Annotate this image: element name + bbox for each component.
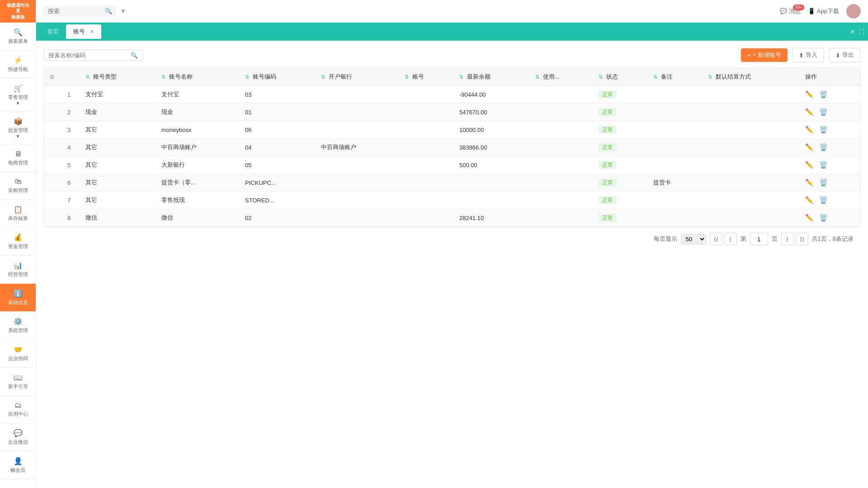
- sort-icon: ⇅: [85, 74, 90, 80]
- sidebar-item-operations[interactable]: 📊 经营管理: [0, 256, 36, 284]
- edit-button[interactable]: ✏️: [805, 108, 814, 116]
- sort-icon: ⇅: [708, 74, 712, 80]
- search-input[interactable]: [48, 52, 128, 59]
- export-icon: ⬇: [835, 52, 840, 59]
- sidebar-item-membership[interactable]: 👤 畅会员: [0, 451, 36, 479]
- sort-icon: ⇅: [405, 74, 409, 80]
- page-size-select[interactable]: 50 100 200: [681, 234, 706, 244]
- chevron-down-icon: ▼: [16, 101, 20, 106]
- delete-button[interactable]: 🗑️: [819, 126, 828, 133]
- edit-button[interactable]: ✏️: [805, 214, 814, 221]
- sidebar-item-label: 库存核算: [8, 215, 28, 222]
- next-page-button[interactable]: ⟩: [781, 233, 794, 245]
- add-button-label: + 新增账号: [753, 51, 781, 59]
- close-window-icon[interactable]: ✕: [850, 28, 855, 35]
- tab-accounts-label: 账号: [73, 28, 85, 36]
- row-remark: [648, 192, 703, 209]
- usage-column-header[interactable]: ⇅ 使用...: [530, 68, 594, 86]
- row-type: 其它: [80, 174, 156, 192]
- sidebar-item-finance[interactable]: 💰 资金管理: [0, 228, 36, 256]
- tab-home[interactable]: 首页: [40, 24, 66, 39]
- code-column-header[interactable]: ⇅ 账号编码: [240, 68, 316, 86]
- header-search-input[interactable]: [48, 8, 102, 14]
- default-settlement-column-header[interactable]: ⇅ 默认结算方式: [703, 68, 800, 86]
- delete-button[interactable]: 🗑️: [819, 143, 828, 151]
- row-account: [399, 103, 454, 121]
- page-number-input[interactable]: [750, 233, 768, 245]
- row-status: 正常: [593, 139, 648, 156]
- messages-button[interactable]: 💬 消息 99+: [780, 7, 801, 15]
- prev-page-button[interactable]: ⟨: [724, 233, 737, 245]
- delete-button[interactable]: 🗑️: [819, 214, 828, 221]
- import-button[interactable]: ⬆ 导入: [792, 48, 824, 62]
- close-tab-icon[interactable]: ✕: [90, 28, 94, 35]
- edit-button[interactable]: ✏️: [805, 196, 814, 204]
- purchase-icon: 🛍: [14, 178, 22, 186]
- remark-column-header[interactable]: ⇅ 备注: [648, 68, 703, 86]
- account-column-header[interactable]: ⇅ 账号: [399, 68, 454, 86]
- row-settings: [44, 121, 62, 139]
- status-badge: 正常: [599, 161, 617, 169]
- row-name: 微信: [156, 209, 240, 227]
- row-status: 正常: [593, 209, 648, 227]
- sidebar-item-system[interactable]: ⚙️ 系统管理: [0, 312, 36, 340]
- row-default-settlement: [703, 156, 800, 174]
- sidebar-navigation: 🔍 搜索菜单 ⚡ 快捷导航 🛒 零售管理 ▼ 📦 批发管理 ▼ 🖥 电商管理 🛍…: [0, 23, 36, 488]
- first-page-button[interactable]: ⟨⟨: [710, 233, 722, 245]
- type-column-header[interactable]: ⇅ 账号类型: [80, 68, 156, 86]
- row-code: 05: [240, 156, 316, 174]
- row-code: 06: [240, 121, 316, 139]
- row-settings: [44, 103, 62, 121]
- sidebar-item-wholesale[interactable]: 📦 批发管理 ▼: [0, 112, 36, 145]
- edit-button[interactable]: ✏️: [805, 178, 814, 186]
- sidebar-item-app-center[interactable]: 🗂 应用中心: [0, 396, 36, 423]
- add-account-button[interactable]: + + 新增账号: [741, 48, 788, 62]
- tab-accounts[interactable]: 账号 ✕: [66, 24, 101, 39]
- export-button[interactable]: ⬇ 导出: [829, 48, 861, 62]
- sidebar-item-enterprise-collab[interactable]: 🤝 企业协同: [0, 340, 36, 368]
- status-column-header[interactable]: ⇅ 状态: [593, 68, 648, 86]
- row-balance: 28241.10: [454, 209, 530, 227]
- row-status: 正常: [593, 86, 648, 103]
- enterprise-wechat-icon: 💬: [14, 429, 23, 437]
- header-right: 💬 消息 99+ 📱 App下载: [780, 4, 861, 19]
- edit-button[interactable]: ✏️: [805, 161, 814, 169]
- sidebar-item-quick-nav[interactable]: ⚡ 快捷导航: [0, 51, 36, 79]
- delete-button[interactable]: 🗑️: [819, 108, 828, 116]
- sidebar-item-basic-info[interactable]: ℹ️ 基础信息: [0, 284, 36, 312]
- row-balance: [454, 192, 530, 209]
- row-usage: [530, 174, 594, 192]
- bank-column-header[interactable]: ⇅ 开户银行: [316, 68, 399, 86]
- delete-button[interactable]: 🗑️: [819, 90, 828, 98]
- page-size-selector[interactable]: 50 100 200: [681, 234, 706, 244]
- last-page-button[interactable]: ⟩⟩: [796, 233, 808, 245]
- balance-column-header[interactable]: ⇅ 最新余额: [454, 68, 530, 86]
- edit-button[interactable]: ✏️: [805, 90, 814, 98]
- sidebar-item-purchase[interactable]: 🛍 采购管理: [0, 172, 36, 200]
- sidebar-item-ecommerce[interactable]: 🖥 电商管理: [0, 145, 36, 172]
- edit-button[interactable]: ✏️: [805, 143, 814, 151]
- add-icon: +: [747, 52, 751, 59]
- sidebar-item-enterprise-wechat[interactable]: 💬 企业微信: [0, 423, 36, 451]
- sidebar-item-new-guide[interactable]: 📖 新手引导: [0, 368, 36, 396]
- sidebar-item-retail[interactable]: 🛒 零售管理 ▼: [0, 79, 36, 112]
- settings-column-header[interactable]: ⚙: [44, 68, 62, 86]
- avatar[interactable]: [846, 4, 861, 19]
- row-remark: [648, 86, 703, 103]
- app-center-icon: 🗂: [14, 401, 22, 409]
- sidebar-item-inventory[interactable]: 📋 库存核算: [0, 200, 36, 228]
- delete-button[interactable]: 🗑️: [819, 178, 828, 186]
- edit-button[interactable]: ✏️: [805, 126, 814, 133]
- app-download-button[interactable]: 📱 App下载: [808, 7, 839, 15]
- maximize-icon[interactable]: ⛶: [859, 28, 864, 35]
- header-search-box[interactable]: 🔍: [43, 6, 117, 16]
- sidebar-item-search[interactable]: 🔍 搜索菜单: [0, 23, 36, 51]
- system-icon: ⚙️: [14, 317, 23, 326]
- row-type: 其它: [80, 139, 156, 156]
- name-column-header[interactable]: ⇅ 账号名称: [156, 68, 240, 86]
- row-num: 2: [62, 103, 80, 121]
- tab-home-label: 首页: [47, 28, 59, 36]
- delete-button[interactable]: 🗑️: [819, 161, 828, 169]
- search-box[interactable]: 🔍: [43, 50, 143, 61]
- delete-button[interactable]: 🗑️: [819, 196, 828, 204]
